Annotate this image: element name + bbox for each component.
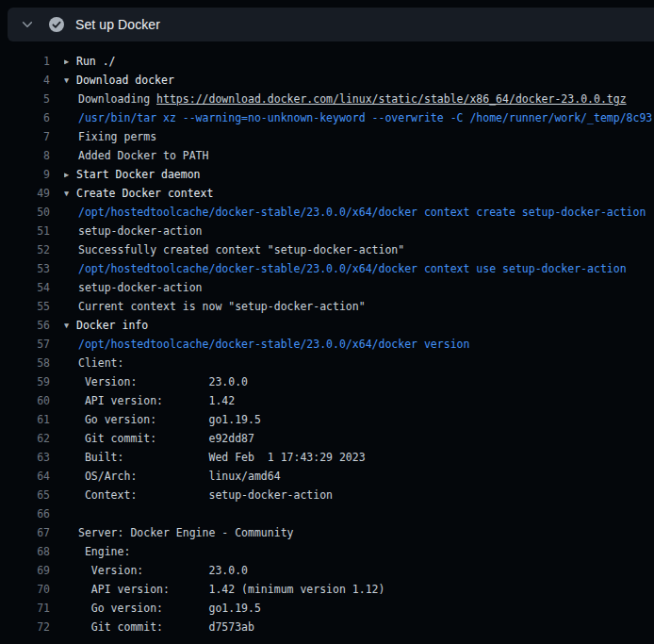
log-line: 8Added Docker to PATH [0, 146, 654, 165]
line-number[interactable]: 68 [0, 542, 50, 561]
line-number[interactable]: 63 [0, 448, 50, 467]
command-text: /opt/hostedtoolcache/docker-stable/23.0.… [78, 262, 627, 275]
line-number[interactable]: 4 [0, 71, 50, 90]
group-title: Create Docker context [76, 187, 213, 200]
log-link[interactable]: https://download.docker.com/linux/static… [156, 92, 627, 106]
log-text: setup-docker-action [78, 224, 203, 238]
log-line[interactable]: 9▶Start Docker daemon [0, 165, 654, 184]
line-number[interactable]: 64 [0, 467, 50, 486]
log-row-content: Current context is now "setup-docker-act… [64, 297, 654, 316]
line-number[interactable]: 72 [0, 618, 50, 636]
log-line: 67Server: Docker Engine - Community [0, 523, 654, 542]
log-text: Go version: go1.19.5 [78, 602, 261, 615]
group-row-content: ▼Download docker [64, 71, 654, 90]
command-text: /usr/bin/tar xz --warning=no-unknown-key… [78, 111, 652, 124]
line-number[interactable]: 69 [0, 561, 50, 580]
line-number[interactable]: 70 [0, 580, 50, 599]
line-number[interactable]: 5 [0, 90, 50, 108]
log-row-content: Version: 23.0.0 [64, 561, 654, 580]
triangle-expanded-icon[interactable]: ▼ [64, 184, 76, 203]
line-number[interactable]: 1 [0, 52, 50, 71]
log-row-content: Added Docker to PATH [64, 146, 654, 165]
triangle-expanded-icon[interactable]: ▼ [64, 71, 76, 90]
line-number[interactable]: 50 [0, 203, 50, 222]
log-text: Fixing perms [78, 130, 156, 143]
group-title: Run ./ [76, 55, 116, 68]
log-line: 57/opt/hostedtoolcache/docker-stable/23.… [0, 335, 654, 354]
log-line: 63 Built: Wed Feb 1 17:43:29 2023 [0, 448, 654, 467]
line-number[interactable]: 57 [0, 335, 50, 354]
log-row-content: /opt/hostedtoolcache/docker-stable/23.0.… [64, 335, 654, 354]
command-text: /opt/hostedtoolcache/docker-stable/23.0.… [78, 338, 469, 351]
log-text: Server: Docker Engine - Community [78, 526, 293, 539]
triangle-expanded-icon[interactable]: ▼ [64, 316, 76, 335]
log-row-content: Engine: [64, 542, 654, 561]
line-number[interactable]: 8 [0, 146, 50, 165]
line-number[interactable]: 55 [0, 297, 50, 316]
line-number[interactable]: 67 [0, 523, 50, 542]
log-line: 51setup-docker-action [0, 222, 654, 240]
log-line: 58Client: [0, 354, 654, 372]
log-line: 66 [0, 504, 654, 523]
log-line[interactable]: 49▼Create Docker context [0, 184, 654, 203]
line-number[interactable]: 60 [0, 391, 50, 410]
line-number[interactable]: 6 [0, 108, 50, 127]
triangle-collapsed-icon[interactable]: ▶ [64, 52, 76, 71]
log-line[interactable]: 4▼Download docker [0, 71, 654, 90]
log-line: 72 Git commit: d7573ab [0, 618, 654, 636]
log-line: 59 Version: 23.0.0 [0, 372, 654, 391]
log-row-content: /usr/bin/tar xz --warning=no-unknown-key… [64, 108, 654, 127]
check-circle-icon [49, 17, 64, 32]
log-text: API version: 1.42 [78, 394, 235, 407]
line-number[interactable]: 58 [0, 354, 50, 372]
line-number[interactable]: 61 [0, 410, 50, 429]
log-text: Go version: go1.19.5 [78, 413, 261, 426]
line-number[interactable]: 71 [0, 599, 50, 618]
log-text: Client: [78, 356, 123, 370]
line-number[interactable]: 65 [0, 486, 50, 504]
log-text: Downloading [78, 92, 156, 106]
log-line[interactable]: 56▼Docker info [0, 316, 654, 335]
actions-log-panel: Set up Docker 1▶Run ./4▼Download docker5… [0, 0, 654, 644]
log-row-content: Client: [64, 354, 654, 372]
log-row-content: Built: Wed Feb 1 17:43:29 2023 [64, 448, 654, 467]
line-number[interactable]: 66 [0, 504, 50, 523]
line-number[interactable]: 56 [0, 316, 50, 335]
group-row-content: ▶Run ./ [64, 52, 654, 71]
log-row-content: OS/Arch: linux/amd64 [64, 467, 654, 486]
log-line: 62 Git commit: e92dd87 [0, 429, 654, 448]
log-lines: 1▶Run ./4▼Download docker5Downloading ht… [0, 41, 654, 644]
group-row-content: ▶Start Docker daemon [64, 165, 654, 184]
log-text: OS/Arch: linux/amd64 [78, 470, 281, 483]
line-number[interactable]: 9 [0, 165, 50, 184]
log-text: Current context is now "setup-docker-act… [78, 300, 366, 313]
log-row-content: /opt/hostedtoolcache/docker-stable/23.0.… [64, 259, 654, 278]
triangle-collapsed-icon[interactable]: ▶ [64, 165, 76, 184]
log-row-content: Successfully created context "setup-dock… [64, 240, 654, 259]
chevron-down-icon[interactable] [21, 18, 34, 31]
line-number[interactable]: 54 [0, 278, 50, 297]
log-line: 53/opt/hostedtoolcache/docker-stable/23.… [0, 259, 654, 278]
log-row-content: API version: 1.42 [64, 391, 654, 410]
command-text: /opt/hostedtoolcache/docker-stable/23.0.… [78, 206, 646, 219]
line-number[interactable]: 7 [0, 127, 50, 146]
log-row-content [64, 504, 654, 523]
line-number[interactable]: 52 [0, 240, 50, 259]
log-text: Added Docker to PATH [78, 149, 208, 162]
line-number[interactable]: 62 [0, 429, 50, 448]
line-number[interactable]: 51 [0, 222, 50, 240]
log-line: 69 Version: 23.0.0 [0, 561, 654, 580]
line-number[interactable]: 59 [0, 372, 50, 391]
log-row-content: Fixing perms [64, 127, 654, 146]
line-number[interactable]: 53 [0, 259, 50, 278]
line-number[interactable]: 49 [0, 184, 50, 203]
log-line: 7Fixing perms [0, 127, 654, 146]
step-header[interactable]: Set up Docker [8, 8, 654, 41]
log-text: API version: 1.42 (minimum version 1.12) [78, 583, 384, 596]
log-text: setup-docker-action [78, 281, 203, 294]
log-text: Version: 23.0.0 [78, 564, 248, 577]
log-line: 64 OS/Arch: linux/amd64 [0, 467, 654, 486]
log-line[interactable]: 1▶Run ./ [0, 52, 654, 71]
log-row-content: Version: 23.0.0 [64, 372, 654, 391]
log-row-content: Git commit: d7573ab [64, 618, 654, 636]
